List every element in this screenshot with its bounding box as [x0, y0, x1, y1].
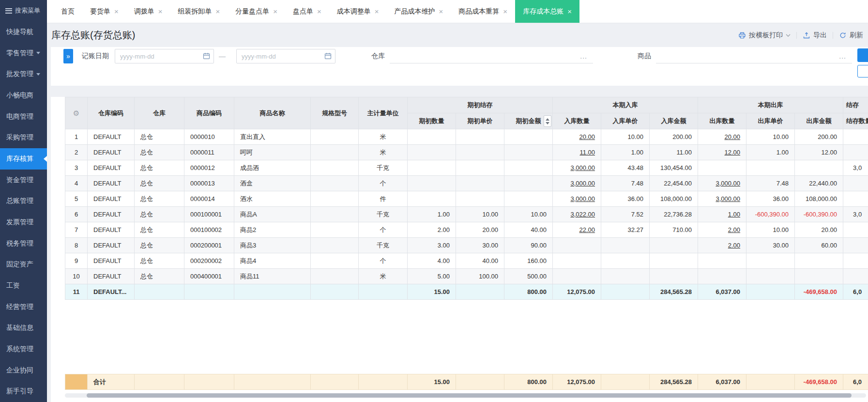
sidebar-item[interactable]: 固定资产 [0, 254, 47, 275]
sidebar-item[interactable]: 工资 [0, 275, 47, 296]
tab[interactable]: 首页 [53, 0, 82, 23]
in_qty-cell[interactable]: 3,022.00 [553, 207, 601, 222]
tab[interactable]: 要货单× [82, 0, 126, 23]
tab[interactable]: 库存成本总账× [515, 0, 579, 23]
sidebar-item[interactable]: 电商管理 [0, 106, 47, 127]
close-icon[interactable]: × [317, 8, 321, 15]
out_qty-cell[interactable]: 2.00 [698, 222, 746, 238]
close-icon[interactable]: × [439, 8, 443, 15]
date-to-input[interactable] [236, 49, 335, 63]
close-icon[interactable]: × [567, 8, 572, 15]
column-header-spec[interactable]: 规格型号 [311, 97, 359, 129]
column-header-out_price[interactable]: 出库单价 [746, 113, 795, 129]
horizontal-scrollbar[interactable] [65, 393, 866, 398]
ellipsis-icon[interactable]: ... [839, 52, 852, 60]
sidebar-item[interactable]: 批发管理 [0, 63, 47, 85]
column-header-item_name[interactable]: 商品名称 [234, 97, 311, 129]
tab[interactable]: 成本调整单× [329, 0, 387, 23]
bal_qty-total-cell: 6,0 [843, 374, 868, 390]
column-header-out_amt[interactable]: 出库金额 [795, 113, 843, 129]
bal_qty-cell: 3,0 [843, 160, 868, 176]
out_amt-cell: -469,658.00 [795, 284, 843, 300]
column-header-num[interactable]: ⚙ [65, 97, 88, 129]
sidebar-item-label: 快捷导航 [6, 28, 33, 36]
tab[interactable]: 分量盘点单× [228, 0, 285, 23]
close-icon[interactable]: × [114, 8, 119, 15]
column-header-unit[interactable]: 主计量单位 [359, 97, 408, 129]
tab[interactable]: 调拨单× [126, 0, 170, 23]
out_qty-cell[interactable]: 2.00 [698, 238, 746, 253]
open_amt-cell: 10.00 [504, 207, 553, 222]
out_qty-cell[interactable]: 12.00 [698, 145, 746, 160]
column-header-in_price[interactable]: 入库单价 [601, 113, 650, 129]
sidebar-item[interactable]: 零售管理 [0, 43, 47, 64]
sidebar-menu-toggle[interactable]: 搜索菜单 [0, 0, 47, 21]
item_code-cell: 000100001 [184, 207, 234, 222]
scrollbar-thumb[interactable] [87, 393, 852, 398]
sidebar-item[interactable]: 基础信息 [0, 317, 47, 339]
close-icon[interactable]: × [375, 8, 379, 15]
expand-filters-button[interactable]: » [63, 49, 73, 63]
sidebar-item[interactable]: 库存核算 [0, 148, 47, 170]
tab[interactable]: 盘点单× [285, 0, 329, 23]
tab[interactable]: 商品成本重算× [451, 0, 515, 23]
column-header-item_code[interactable]: 商品编码 [184, 97, 234, 129]
close-icon[interactable]: × [273, 8, 277, 15]
sidebar-item[interactable]: 企业协同 [0, 360, 47, 381]
column-header-open_price[interactable]: 期初单价 [456, 113, 504, 129]
sidebar-item[interactable]: 新手引导 [0, 381, 47, 402]
product-picker[interactable]: ... [656, 49, 852, 63]
column-header-open_amt[interactable]: 期初金额 [504, 113, 553, 129]
sidebar-item[interactable]: 税务管理 [0, 233, 47, 254]
num-total-cell [65, 374, 88, 390]
in_price-cell: 7.52 [601, 207, 650, 222]
out_qty-cell[interactable]: 20.00 [698, 129, 746, 145]
in_qty-cell[interactable]: 11.00 [553, 145, 601, 160]
tab[interactable]: 产品成本维护× [387, 0, 451, 23]
column-header-bal_qty[interactable]: 结存数量 [843, 113, 868, 129]
out_qty-cell[interactable]: 1.00 [698, 207, 746, 222]
in_qty-cell[interactable]: 3,000.00 [553, 191, 601, 207]
secondary-button[interactable] [857, 65, 868, 77]
close-icon[interactable]: × [503, 8, 507, 15]
open_qty-cell [408, 160, 456, 176]
gear-icon[interactable]: ⚙ [73, 109, 79, 118]
sidebar-item[interactable]: 系统管理 [0, 339, 47, 360]
sidebar-item[interactable]: 经营管理 [0, 296, 47, 318]
sidebar-item[interactable]: 快捷导航 [0, 21, 47, 43]
column-header-in_qty[interactable]: 入库数量 [553, 113, 601, 129]
close-icon[interactable]: × [158, 8, 163, 15]
date-from-input[interactable] [115, 49, 214, 63]
query-button[interactable] [857, 48, 868, 62]
in_qty-cell[interactable]: 20.00 [553, 129, 601, 145]
export-button[interactable]: 导出 [803, 31, 827, 40]
sidebar-item[interactable]: 资金管理 [0, 170, 47, 191]
column-header-in_amt[interactable]: 入库金额 [650, 113, 698, 129]
sidebar-item[interactable]: 小畅电商 [0, 85, 47, 106]
sidebar-item-label: 系统管理 [6, 345, 33, 354]
sidebar-item[interactable]: 发票管理 [0, 212, 47, 233]
out_price-total-cell [746, 374, 795, 390]
print-button[interactable]: 按横板打印 [738, 31, 791, 40]
item_name-total-cell [234, 374, 311, 390]
in_qty-cell[interactable]: 3,000.00 [553, 160, 601, 176]
warehouse-picker[interactable]: ... [390, 49, 593, 63]
tab-label: 商品成本重算 [458, 7, 499, 16]
ellipsis-icon[interactable]: ... [580, 52, 593, 60]
column-header-wh[interactable]: 仓库 [135, 97, 184, 129]
in_qty-cell[interactable]: 3,000.00 [553, 176, 601, 191]
tab[interactable]: 组装拆卸单× [170, 0, 228, 23]
column-header-open_qty[interactable]: 期初数量 [408, 113, 456, 129]
sort-spinner[interactable] [544, 115, 551, 127]
close-icon[interactable]: × [216, 8, 220, 15]
in_qty-cell[interactable]: 22.00 [553, 222, 601, 238]
num-cell: 4 [65, 176, 88, 191]
sidebar-item[interactable]: 总账管理 [0, 190, 47, 212]
refresh-button[interactable]: 刷新 [839, 31, 863, 40]
out_qty-cell[interactable]: 3,000.00 [698, 176, 746, 191]
sidebar-item[interactable]: 采购管理 [0, 127, 47, 148]
column-header-wh_code[interactable]: 仓库编码 [88, 97, 135, 129]
column-header-out_qty[interactable]: 出库数量 [698, 113, 746, 129]
num-cell: 8 [65, 238, 88, 253]
out_qty-cell[interactable]: 3,000.00 [698, 191, 746, 207]
